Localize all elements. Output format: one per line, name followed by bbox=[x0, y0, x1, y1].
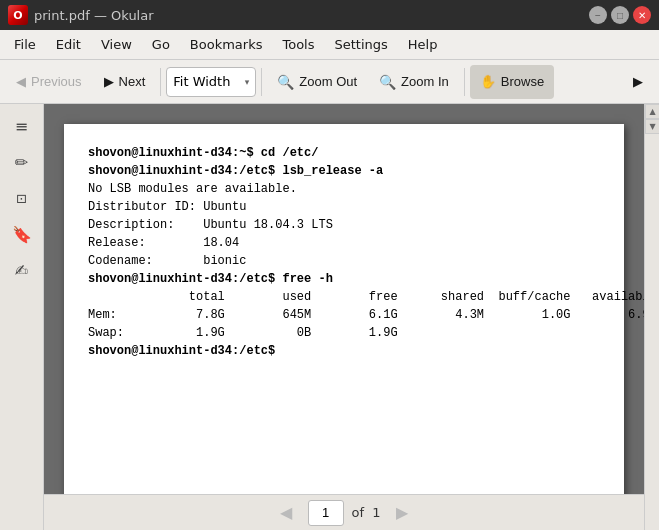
zoom-out-icon: 🔍 bbox=[277, 74, 294, 90]
titlebar-left: O print.pdf — Okular bbox=[8, 5, 154, 25]
previous-button[interactable]: ◀ Previous bbox=[6, 65, 92, 99]
separator-1 bbox=[160, 68, 161, 96]
next-button[interactable]: ▶ Next bbox=[94, 65, 156, 99]
document-page: shovon@linuxhint-d34:~$ cd /etc/ shovon@… bbox=[64, 124, 624, 494]
zoom-in-button[interactable]: 🔍 Zoom In bbox=[369, 65, 459, 99]
terminal-line-11: shovon@linuxhint-d34:/etc$ bbox=[88, 342, 600, 360]
main-area: ≡ ✏ ⊡ 🔖 ✍ shovon@linuxhint-d34:~$ cd /et… bbox=[0, 104, 659, 530]
previous-icon: ◀ bbox=[16, 74, 26, 89]
highlight-tool[interactable]: ✍ bbox=[6, 254, 38, 286]
titlebar-title: print.pdf — Okular bbox=[34, 8, 154, 23]
titlebar: O print.pdf — Okular − □ ✕ bbox=[0, 0, 659, 30]
sidebar-panel-toggle[interactable]: ≡ bbox=[6, 110, 38, 142]
terminal-line-4: Description: Ubuntu 18.04.3 LTS bbox=[88, 216, 600, 234]
terminal-line-1: shovon@linuxhint-d34:/etc$ lsb_release -… bbox=[88, 162, 600, 180]
separator-3 bbox=[464, 68, 465, 96]
fit-width-label: Fit Width bbox=[173, 74, 240, 89]
terminal-line-7: shovon@linuxhint-d34:/etc$ free -h bbox=[88, 270, 600, 288]
zoom-in-icon: 🔍 bbox=[379, 74, 396, 90]
page-next-button[interactable]: ▶ bbox=[388, 499, 416, 527]
sidebar-panel-icon: ≡ bbox=[15, 117, 28, 136]
browse-icon: ✋ bbox=[480, 74, 496, 89]
next-icon: ▶ bbox=[104, 74, 114, 89]
browse-button[interactable]: ✋ Browse bbox=[470, 65, 554, 99]
menu-bookmarks[interactable]: Bookmarks bbox=[180, 33, 273, 56]
terminal-line-3: Distributor ID: Ubuntu bbox=[88, 198, 600, 216]
menu-settings[interactable]: Settings bbox=[325, 33, 398, 56]
fit-width-dropdown[interactable]: Fit Width ▾ bbox=[166, 67, 256, 97]
sidebar: ≡ ✏ ⊡ 🔖 ✍ bbox=[0, 104, 44, 530]
annotation-tool[interactable]: ✏ bbox=[6, 146, 38, 178]
page-number-input[interactable] bbox=[308, 500, 344, 526]
menu-tools[interactable]: Tools bbox=[272, 33, 324, 56]
page-of-label: of bbox=[352, 505, 365, 520]
image-tool[interactable]: ⊡ bbox=[6, 182, 38, 214]
terminal-line-2: No LSB modules are available. bbox=[88, 180, 600, 198]
page-total: 1 bbox=[372, 505, 380, 520]
right-scrollbar[interactable]: ▲ ▼ bbox=[644, 104, 659, 530]
annotate-icon: ✏ bbox=[15, 153, 28, 172]
zoom-out-button[interactable]: 🔍 Zoom Out bbox=[267, 65, 367, 99]
scroll-down-arrow[interactable]: ▼ bbox=[645, 119, 659, 134]
toolbar-right: ▶ bbox=[623, 65, 653, 99]
separator-2 bbox=[261, 68, 262, 96]
terminal-line-8: total used free shared buff/cache availa… bbox=[88, 288, 600, 306]
app-icon: O bbox=[8, 5, 28, 25]
terminal-line-6: Codename: bionic bbox=[88, 252, 600, 270]
toolbar: ◀ Previous ▶ Next Fit Width ▾ 🔍 Zoom Out… bbox=[0, 60, 659, 104]
titlebar-controls: − □ ✕ bbox=[589, 6, 651, 24]
terminal-line-0: shovon@linuxhint-d34:~$ cd /etc/ bbox=[88, 144, 600, 162]
terminal-line-9: Mem: 7.8G 645M 6.1G 4.3M 1.0G 6.9G bbox=[88, 306, 600, 324]
menu-edit[interactable]: Edit bbox=[46, 33, 91, 56]
minimize-button[interactable]: − bbox=[589, 6, 607, 24]
page-prev-icon: ◀ bbox=[280, 503, 292, 522]
document-area: shovon@linuxhint-d34:~$ cd /etc/ shovon@… bbox=[44, 104, 644, 530]
close-button[interactable]: ✕ bbox=[633, 6, 651, 24]
terminal-line-10: Swap: 1.9G 0B 1.9G bbox=[88, 324, 600, 342]
highlight-icon: ✍ bbox=[15, 261, 28, 280]
chevron-right-icon: ▶ bbox=[633, 74, 643, 89]
page-controls: ◀ of 1 ▶ bbox=[44, 494, 644, 530]
image-icon: ⊡ bbox=[16, 191, 27, 206]
menu-file[interactable]: File bbox=[4, 33, 46, 56]
menu-view[interactable]: View bbox=[91, 33, 142, 56]
toolbar-more-button[interactable]: ▶ bbox=[623, 65, 653, 99]
document-scroll[interactable]: shovon@linuxhint-d34:~$ cd /etc/ shovon@… bbox=[44, 104, 644, 494]
bookmark-icon: 🔖 bbox=[12, 225, 32, 244]
page-prev-button[interactable]: ◀ bbox=[272, 499, 300, 527]
maximize-button[interactable]: □ bbox=[611, 6, 629, 24]
menu-help[interactable]: Help bbox=[398, 33, 448, 56]
menu-go[interactable]: Go bbox=[142, 33, 180, 56]
page-next-icon: ▶ bbox=[396, 503, 408, 522]
bookmark-tool[interactable]: 🔖 bbox=[6, 218, 38, 250]
fit-width-chevron-icon: ▾ bbox=[245, 77, 250, 87]
scroll-up-arrow[interactable]: ▲ bbox=[645, 104, 659, 119]
menubar: File Edit View Go Bookmarks Tools Settin… bbox=[0, 30, 659, 60]
terminal-line-5: Release: 18.04 bbox=[88, 234, 600, 252]
